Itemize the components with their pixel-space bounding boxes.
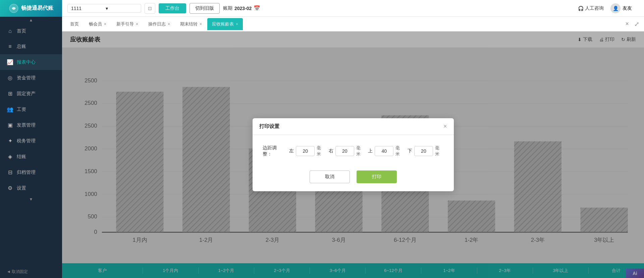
sidebar-scroll-down[interactable]: ▼ bbox=[0, 196, 62, 203]
invoice-icon: ▣ bbox=[7, 122, 13, 128]
sidebar-item-payroll[interactable]: 👥 工资 bbox=[0, 101, 62, 117]
account-period: 账期 2023-02 📅 bbox=[223, 5, 260, 11]
left-label: 左 bbox=[289, 148, 294, 154]
settings-icon: ⚙ bbox=[7, 185, 13, 191]
sidebar-item-assets[interactable]: ⊞ 固定资产 bbox=[0, 86, 62, 101]
tab-close-member[interactable]: × bbox=[104, 22, 106, 26]
dropdown-icon: ▾ bbox=[106, 6, 138, 11]
home-icon: ⌂ bbox=[7, 28, 13, 34]
dialog-title: 打印设置 bbox=[259, 123, 279, 130]
tab-aging[interactable]: 应收账龄表 × bbox=[207, 18, 243, 30]
margin-row: 边距调整： 左 毫米 右 毫米 bbox=[263, 145, 444, 157]
top-margin-input[interactable] bbox=[375, 146, 393, 156]
margin-label: 边距调整： bbox=[263, 145, 286, 157]
dialog-close-icon[interactable]: × bbox=[443, 123, 447, 130]
headphone-icon: 🎧 bbox=[578, 6, 584, 11]
tab-member[interactable]: 畅会员 × bbox=[84, 18, 111, 30]
top-unit: 毫米 bbox=[395, 145, 404, 157]
funds-icon: ◎ bbox=[7, 75, 13, 81]
right-label: 右 bbox=[329, 148, 333, 154]
tab-expand-icon[interactable]: ⤢ bbox=[633, 19, 641, 29]
sidebar-item-checkout[interactable]: ◈ 结账 bbox=[0, 149, 62, 164]
left-unit: 毫米 bbox=[317, 145, 325, 157]
checkout-icon: ◈ bbox=[7, 153, 13, 160]
tab-close-all-icon[interactable]: × bbox=[624, 19, 630, 29]
sidebar-item-home[interactable]: ⌂ 首页 bbox=[0, 23, 62, 39]
tab-oplog[interactable]: 操作日志 × bbox=[144, 18, 175, 30]
user-area[interactable]: 👤 友友 bbox=[610, 3, 632, 13]
logo: 畅捷通易代账 bbox=[0, 0, 62, 17]
sidebar: ▲ ⌂ 首页 ≡ 总账 📈 报表中心 ◎ 资金管理 ⊞ 固定资产 👥 工资 ▣ … bbox=[0, 17, 62, 278]
archive-icon: ⊟ bbox=[7, 169, 13, 176]
sidebar-scroll-up[interactable]: ▲ bbox=[0, 17, 62, 23]
workbench-button[interactable]: 工作台 bbox=[159, 3, 186, 13]
tax-icon: ✦ bbox=[7, 138, 13, 144]
dialog-overlay: 打印设置 × 边距调整： 左 毫米 右 bbox=[62, 31, 644, 278]
print-settings-dialog: 打印设置 × 边距调整： 左 毫米 右 bbox=[253, 118, 454, 191]
assets-icon: ⊞ bbox=[7, 90, 13, 97]
avatar: 👤 bbox=[610, 3, 621, 13]
payroll-icon: 👥 bbox=[7, 106, 13, 113]
sidebar-item-tax[interactable]: ✦ 税务管理 bbox=[0, 133, 62, 149]
tab-guide[interactable]: 新手引导 × bbox=[112, 18, 143, 30]
right-margin-input[interactable] bbox=[335, 146, 354, 156]
switch-button[interactable]: 切到旧版 bbox=[190, 3, 220, 14]
copy-icon[interactable]: ⊡ bbox=[145, 3, 155, 14]
right-unit: 毫米 bbox=[356, 145, 365, 157]
company-selector[interactable]: 1111 ▾ bbox=[67, 4, 141, 13]
sidebar-item-archive[interactable]: ⊟ 归档管理 bbox=[0, 164, 62, 180]
sidebar-item-reports[interactable]: 📈 报表中心 bbox=[0, 54, 62, 70]
bottom-unit: 毫米 bbox=[435, 145, 444, 157]
tab-close-guide[interactable]: × bbox=[136, 22, 138, 26]
bottom-label: 下 bbox=[408, 148, 412, 154]
bottom-margin-input[interactable] bbox=[414, 146, 433, 156]
tab-bar: 首页 畅会员 × 新手引导 × 操作日志 × 期末结转 × 应收账龄表 × bbox=[62, 17, 644, 31]
tab-period-end[interactable]: 期末结转 × bbox=[175, 18, 207, 30]
support-link[interactable]: 🎧 人工咨询 bbox=[578, 5, 604, 11]
sidebar-item-invoice[interactable]: ▣ 发票管理 bbox=[0, 117, 62, 133]
tab-close-aging[interactable]: × bbox=[236, 22, 238, 26]
cancel-button[interactable]: 取消 bbox=[310, 170, 350, 183]
ledger-icon: ≡ bbox=[7, 44, 13, 50]
reports-icon: 📈 bbox=[7, 59, 13, 65]
tab-close-period-end[interactable]: × bbox=[200, 22, 202, 26]
left-margin-input[interactable] bbox=[296, 146, 315, 156]
sidebar-item-settings[interactable]: ⚙ 设置 bbox=[0, 180, 62, 196]
print-confirm-button[interactable]: 打印 bbox=[357, 170, 397, 183]
tab-close-oplog[interactable]: × bbox=[168, 22, 170, 26]
sidebar-item-ledger[interactable]: ≡ 总账 bbox=[0, 39, 62, 54]
sidebar-pin-toggle[interactable]: ◄ 取消固定 bbox=[0, 266, 62, 278]
tab-home[interactable]: 首页 bbox=[65, 18, 84, 30]
sidebar-item-funds[interactable]: ◎ 资金管理 bbox=[0, 70, 62, 86]
calendar-icon[interactable]: 📅 bbox=[254, 5, 260, 11]
top-label: 上 bbox=[368, 148, 373, 154]
